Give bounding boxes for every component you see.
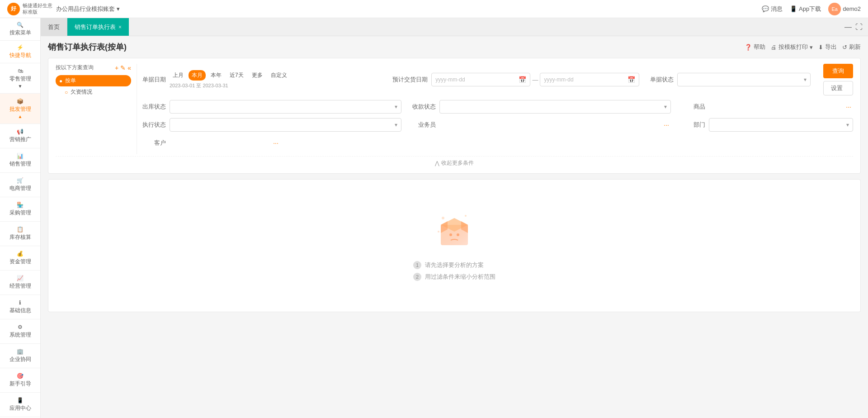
exec-status-label: 执行状态 — [139, 121, 166, 129]
calendar-icon-end[interactable]: 📅 — [627, 76, 635, 83]
sidebar-item-operation[interactable]: 📈 经营管理 — [0, 271, 40, 295]
refresh-btn[interactable]: ↺ 刷新 — [842, 43, 861, 51]
ecommerce-icon: 🛒 — [17, 177, 24, 184]
sidebar-item-enterprise[interactable]: 🏢 企业协同 — [0, 344, 40, 368]
sidebar-item-ecommerce[interactable]: 🛒 电商管理 — [0, 173, 40, 197]
operation-icon: 📈 — [17, 275, 24, 281]
system-icon: ⚙ — [18, 324, 23, 330]
basic-icon: ℹ — [19, 299, 21, 306]
logo-icon: 好 — [7, 3, 20, 15]
chevron-up-icon: ▲ — [18, 114, 23, 119]
filter-row-3: 执行状态 ▾ 业务员 ··· — [139, 118, 853, 132]
customer-select[interactable]: ··· — [170, 136, 280, 150]
debt-icon: ○ — [65, 89, 68, 95]
customer-field: 客户 ··· — [139, 136, 280, 150]
svg-point-5 — [457, 233, 459, 236]
page-header: 销售订单执行表(按单) ❓ 帮助 🖨 按模板打印 ▾ ⬇ 导出 — [48, 42, 861, 52]
this-year-btn[interactable]: 本年 — [208, 70, 225, 81]
print-icon: 🖨 — [771, 44, 777, 51]
sidebar-item-purchase[interactable]: 🏪 采购管理 — [0, 197, 40, 222]
sidebar-item-finance[interactable]: 💰 资金管理 — [0, 246, 40, 271]
payment-status-select[interactable]: ▾ — [439, 100, 671, 114]
user-profile[interactable]: Ea demo2 — [828, 3, 861, 15]
query-btn[interactable]: 查询 — [823, 64, 853, 78]
step-num-2: 2 — [413, 273, 421, 281]
sidebar-item-marketing[interactable]: 📢 营销推广 — [0, 124, 40, 148]
this-month-btn[interactable]: 本月 — [189, 70, 206, 81]
doc-status-select[interactable]: ▾ — [677, 73, 811, 86]
customer-label: 客户 — [139, 139, 166, 147]
collapse-icon: ⋀ — [435, 160, 439, 166]
sidebar-item-wholesale[interactable]: 📦 批发管理 ▲ — [0, 94, 40, 124]
exec-status-select[interactable]: ▾ — [170, 118, 401, 132]
doc-date-controls: 上月 本月 本年 近7天 更多 自定义 2023-03-01 至 2023-03… — [170, 70, 385, 89]
collapse-btn[interactable]: ⋀ 收起更多条件 — [435, 159, 474, 167]
sidebar-search[interactable]: 🔍 搜索菜单 — [0, 18, 40, 41]
sidebar-item-sales[interactable]: 📊 销售管理 — [0, 148, 40, 173]
sidebar-item-system[interactable]: ⚙ 系统管理 — [0, 319, 40, 344]
main-layout: 🔍 搜索菜单 ⚡ 快捷导航 🛍 零售管理 ▼ 📦 批发管理 ▲ 📢 营销推广 📊… — [0, 18, 868, 418]
scheme-actions: + ✎ « — [115, 64, 131, 71]
refresh-icon: ↺ — [842, 44, 847, 51]
forecast-date-start[interactable]: yyyy-mm-dd 📅 — [431, 73, 530, 86]
forecast-date-field: 预计交货日期 yyyy-mm-dd 📅 — yyyy-mm-dd — [392, 73, 639, 86]
forecast-date-range: yyyy-mm-dd 📅 — yyyy-mm-dd 📅 — [431, 73, 639, 86]
goods-field: 商品 ··· — [678, 100, 853, 114]
forecast-date-end[interactable]: yyyy-mm-dd 📅 — [540, 73, 639, 86]
last7days-btn[interactable]: 近7天 — [226, 70, 247, 81]
doc-status-label: 单据状态 — [646, 76, 674, 84]
date-sep: — — [532, 76, 538, 83]
top-bar-right: 💬 消息 📱 App下载 Ea demo2 — [762, 3, 861, 15]
empty-step-1: 1 请先选择要分析的方案 — [413, 261, 495, 269]
dept-select[interactable]: ▾ — [709, 118, 853, 132]
calendar-icon-start[interactable]: 📅 — [519, 76, 526, 83]
tab-home[interactable]: 首页 — [41, 18, 67, 36]
scheme-header: 按以下方案查询 + ✎ « — [56, 64, 131, 71]
app-download-btn[interactable]: 📱 App下载 — [790, 5, 821, 13]
out-status-select[interactable]: ▾ — [170, 100, 401, 114]
date-quick-btns: 上月 本月 本年 近7天 更多 自定义 — [170, 70, 385, 81]
out-status-field: 出库状态 ▾ — [139, 100, 401, 114]
tab-active[interactable]: 销售订单执行表 × — [67, 18, 129, 36]
wholesale-icon: 📦 — [17, 98, 24, 104]
sidebar-item-appstore[interactable]: 📱 应用中心 — [0, 393, 40, 417]
marketing-icon: 📢 — [17, 128, 24, 135]
export-icon: ⬇ — [818, 44, 823, 51]
scheme-sub-item-debt[interactable]: ○ 欠资情况 — [56, 86, 131, 98]
tab-maximize-icon[interactable]: ⛶ — [855, 23, 863, 31]
filter-fields: 单据日期 上月 本月 本年 近7天 更多 自定义 — [139, 64, 853, 154]
scheme-item-order[interactable]: ● 按单 — [56, 75, 131, 86]
message-btn[interactable]: 💬 消息 — [762, 5, 783, 13]
customer-more-icon[interactable]: ··· — [271, 139, 280, 147]
template-print-btn[interactable]: 🖨 按模板打印 ▾ — [771, 43, 813, 51]
sidebar-item-inventory[interactable]: 📋 库存核算 — [0, 222, 40, 246]
tab-minimize-icon[interactable]: — — [844, 23, 852, 31]
scheme-collapse-btn[interactable]: « — [127, 64, 131, 71]
sidebar: 🔍 搜索菜单 ⚡ 快捷导航 🛍 零售管理 ▼ 📦 批发管理 ▲ 📢 营销推广 📊… — [0, 18, 41, 418]
custom-btn[interactable]: 自定义 — [268, 70, 290, 81]
search-icon: 🔍 — [17, 22, 24, 28]
export-btn[interactable]: ⬇ 导出 — [818, 43, 837, 51]
salesperson-more-icon[interactable]: ··· — [662, 121, 671, 128]
scheme-edit-btn[interactable]: ✎ — [120, 64, 126, 71]
sidebar-item-newbie[interactable]: 🎯 新手引导 — [0, 368, 40, 393]
more-dots-icon[interactable]: ··· — [844, 103, 853, 110]
sidebar-nav[interactable]: ⚡ 快捷导航 — [0, 41, 40, 63]
help-btn[interactable]: ❓ 帮助 — [745, 43, 765, 51]
chevron-down-icon: ▾ — [395, 122, 397, 128]
tab-close-btn[interactable]: × — [118, 24, 122, 30]
goods-select[interactable]: ··· — [709, 100, 853, 114]
page-selector[interactable]: 办公用品行业模拟账套 ▾ — [56, 5, 120, 13]
scheme-add-btn[interactable]: + — [115, 64, 118, 71]
sidebar-item-retail[interactable]: 🛍 零售管理 ▼ — [0, 63, 40, 94]
sidebar-item-basic[interactable]: ℹ 基础信息 — [0, 295, 40, 319]
empty-state: 1 请先选择要分析的方案 2 用过滤条件来缩小分析范围 — [48, 179, 861, 312]
salesperson-field: 业务员 ··· — [409, 118, 671, 132]
logo-text: 畅捷通好生意 标准版 — [23, 3, 52, 14]
tab-bar: 首页 销售订单执行表 × — ⛶ — [41, 18, 868, 36]
last-month-btn[interactable]: 上月 — [170, 70, 187, 81]
salesperson-select[interactable]: ··· — [439, 118, 671, 132]
settings-btn[interactable]: 设置 — [823, 81, 853, 95]
chevron-down-icon: ▾ — [117, 5, 120, 12]
more-btn[interactable]: 更多 — [249, 70, 266, 81]
